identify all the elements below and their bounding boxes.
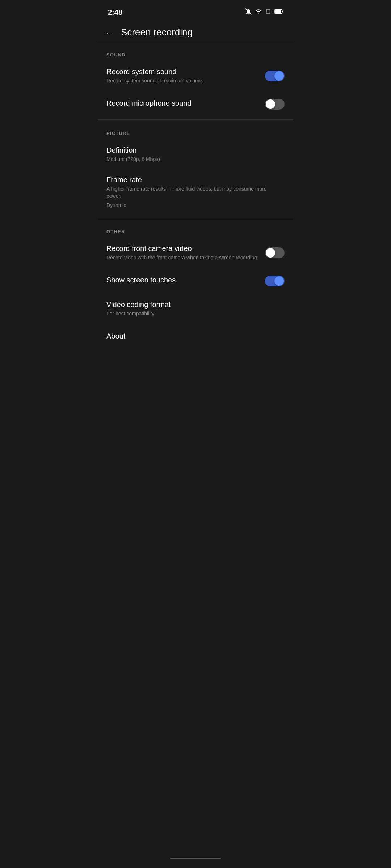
record-front-camera-content: Record front camera video Record video w… bbox=[106, 244, 265, 261]
back-button[interactable]: ← bbox=[105, 28, 114, 37]
record-microphone-sound-title: Record microphone sound bbox=[106, 99, 259, 107]
page-header: ← Screen recording bbox=[98, 22, 293, 43]
frame-rate-item[interactable]: Frame rate A higher frame rate results i… bbox=[98, 169, 293, 216]
toggle-thumb bbox=[266, 99, 275, 109]
record-system-sound-title: Record system sound bbox=[106, 68, 259, 76]
video-coding-format-content: Video coding format For best compatibili… bbox=[106, 301, 285, 318]
wifi-icon bbox=[255, 8, 262, 16]
svg-rect-2 bbox=[282, 11, 283, 13]
about-item[interactable]: About bbox=[98, 324, 293, 350]
svg-rect-3 bbox=[275, 10, 281, 13]
other-section: OTHER Record front camera video Record v… bbox=[98, 220, 293, 350]
picture-section: PICTURE Definition Medium (720p, 8 Mbps)… bbox=[98, 122, 293, 216]
record-system-sound-content: Record system sound Record system sound … bbox=[106, 68, 265, 85]
show-screen-touches-title: Show screen touches bbox=[106, 276, 259, 284]
screen-recording-page: 2:48 bbox=[98, 0, 293, 434]
frame-rate-subtitle: A higher frame rate results in more flui… bbox=[106, 186, 279, 200]
status-bar: 2:48 bbox=[98, 0, 293, 22]
mute-icon bbox=[245, 8, 252, 17]
record-front-camera-title: Record front camera video bbox=[106, 244, 259, 253]
show-screen-touches-item[interactable]: Show screen touches bbox=[98, 268, 293, 294]
sound-section-header: SOUND bbox=[98, 43, 293, 61]
show-screen-touches-toggle[interactable] bbox=[265, 276, 285, 286]
record-front-camera-item[interactable]: Record front camera video Record video w… bbox=[98, 238, 293, 268]
signal-icon bbox=[265, 8, 272, 16]
record-front-camera-toggle[interactable] bbox=[265, 247, 285, 258]
definition-item[interactable]: Definition Medium (720p, 8 Mbps) bbox=[98, 140, 293, 170]
record-system-sound-subtitle: Record system sound at maximum volume. bbox=[106, 77, 259, 85]
record-system-sound-item[interactable]: Record system sound Record system sound … bbox=[98, 61, 293, 91]
record-front-camera-subtitle: Record video with the front camera when … bbox=[106, 254, 259, 261]
definition-subtitle: Medium (720p, 8 Mbps) bbox=[106, 156, 279, 163]
frame-rate-value: Dynamic bbox=[106, 202, 279, 209]
record-microphone-sound-item[interactable]: Record microphone sound bbox=[98, 91, 293, 117]
page-title: Screen recording bbox=[121, 27, 193, 38]
other-section-header: OTHER bbox=[98, 220, 293, 238]
record-microphone-sound-content: Record microphone sound bbox=[106, 99, 265, 109]
video-coding-format-title: Video coding format bbox=[106, 301, 279, 309]
record-microphone-sound-toggle[interactable] bbox=[265, 99, 285, 110]
sound-section: SOUND Record system sound Record system … bbox=[98, 43, 293, 117]
video-coding-format-item[interactable]: Video coding format For best compatibili… bbox=[98, 294, 293, 324]
toggle-thumb bbox=[274, 276, 284, 286]
frame-rate-title: Frame rate bbox=[106, 176, 279, 184]
record-system-sound-toggle[interactable] bbox=[265, 71, 285, 81]
picture-other-divider bbox=[98, 218, 293, 218]
video-coding-format-subtitle: For best compatibility bbox=[106, 310, 279, 318]
status-icons bbox=[245, 8, 283, 17]
about-title: About bbox=[106, 332, 279, 340]
definition-title: Definition bbox=[106, 146, 279, 154]
definition-content: Definition Medium (720p, 8 Mbps) bbox=[106, 146, 285, 163]
status-time: 2:48 bbox=[108, 8, 122, 17]
about-content: About bbox=[106, 332, 285, 342]
sound-picture-divider bbox=[98, 119, 293, 120]
picture-section-header: PICTURE bbox=[98, 122, 293, 140]
frame-rate-content: Frame rate A higher frame rate results i… bbox=[106, 176, 285, 209]
show-screen-touches-content: Show screen touches bbox=[106, 276, 265, 286]
battery-icon bbox=[274, 8, 283, 16]
